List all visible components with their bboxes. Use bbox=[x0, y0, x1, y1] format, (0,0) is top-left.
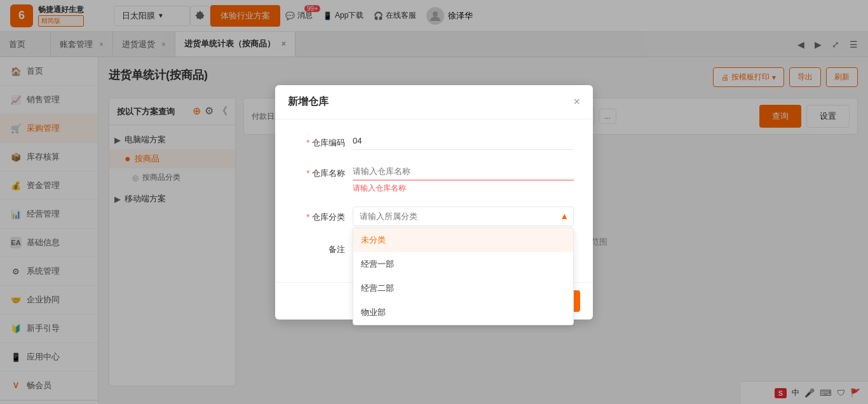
form-row-category: 仓库分类 ▲ 未分类 经营一部 经营二部 物业部 bbox=[294, 206, 574, 226]
category-select-wrap: ▲ bbox=[353, 206, 574, 226]
category-input[interactable] bbox=[353, 206, 574, 226]
category-field-wrap: ▲ 未分类 经营一部 经营二部 物业部 bbox=[353, 206, 574, 226]
form-row-code: 仓库编码 bbox=[294, 132, 574, 150]
category-label: 仓库分类 bbox=[294, 206, 345, 223]
dropdown-item-op3[interactable]: 物业部 bbox=[353, 300, 573, 325]
modal-close-button[interactable]: × bbox=[573, 96, 580, 107]
modal-title: 新增仓库 bbox=[288, 95, 329, 109]
category-dropdown: 未分类 经营一部 经营二部 物业部 bbox=[353, 227, 574, 325]
modal-header: 新增仓库 × bbox=[275, 85, 593, 119]
dropdown-item-op1[interactable]: 经营一部 bbox=[353, 252, 573, 276]
name-error-msg: 请输入仓库名称 bbox=[353, 183, 574, 194]
dropdown-item-uncategorized[interactable]: 未分类 bbox=[353, 228, 573, 252]
modal-dialog: 新增仓库 × 仓库编码 仓库名称 请输入仓库名称 仓库分类 bbox=[275, 85, 593, 320]
modal-overlay: 新增仓库 × 仓库编码 仓库名称 请输入仓库名称 仓库分类 bbox=[0, 0, 868, 404]
code-label: 仓库编码 bbox=[294, 132, 345, 149]
code-input[interactable] bbox=[353, 132, 574, 150]
form-row-name: 仓库名称 请输入仓库名称 bbox=[294, 163, 574, 194]
dropdown-item-op2[interactable]: 经营二部 bbox=[353, 276, 573, 300]
name-input[interactable] bbox=[353, 163, 574, 180]
note-label: 备注 bbox=[294, 239, 345, 255]
modal-body: 仓库编码 仓库名称 请输入仓库名称 仓库分类 ▲ bbox=[275, 119, 593, 282]
code-field-wrap bbox=[353, 132, 574, 150]
name-field-wrap: 请输入仓库名称 bbox=[353, 163, 574, 194]
name-label: 仓库名称 bbox=[294, 163, 345, 179]
